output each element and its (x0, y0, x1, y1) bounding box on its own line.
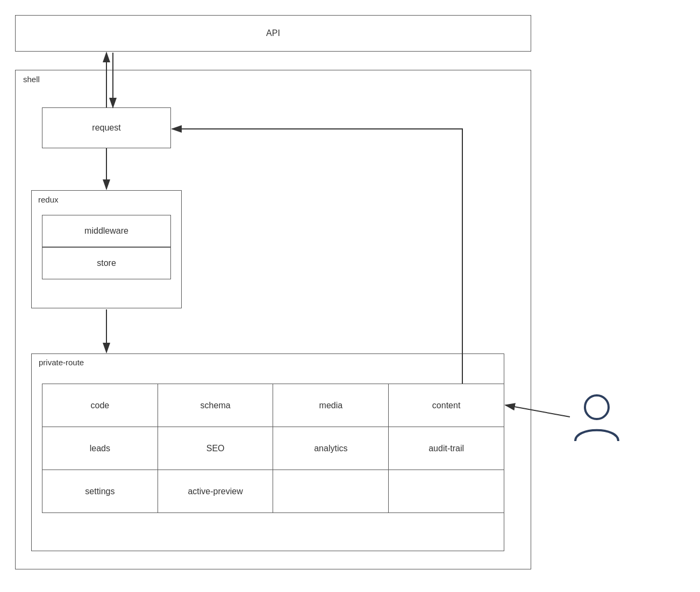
cell-empty-2 (389, 470, 504, 513)
shell-label: shell (23, 75, 40, 84)
redux-label: redux (38, 195, 59, 204)
store-label: store (97, 258, 116, 268)
cell-content: content (389, 384, 504, 427)
cell-audit-trail: audit-trail (389, 427, 504, 470)
diagram-wrapper: API shell request redux middleware store… (0, 0, 700, 592)
request-label: request (92, 123, 120, 133)
cell-empty-1 (273, 470, 389, 513)
store-box: store (42, 247, 171, 279)
table-row: code schema media content (42, 384, 504, 427)
cell-seo: SEO (158, 427, 273, 470)
cell-settings: settings (42, 470, 158, 513)
svg-point-0 (585, 395, 609, 419)
cell-schema: schema (158, 384, 273, 427)
api-label: API (266, 28, 280, 38)
private-route-label: private-route (39, 358, 84, 367)
cell-leads: leads (42, 427, 158, 470)
table-row: settings active-preview (42, 470, 504, 513)
cell-analytics: analytics (273, 427, 389, 470)
cell-active-preview: active-preview (158, 470, 273, 513)
table-row: leads SEO analytics audit-trail (42, 427, 504, 470)
cell-media: media (273, 384, 389, 427)
middleware-box: middleware (42, 215, 171, 247)
cell-code: code (42, 384, 158, 427)
middleware-label: middleware (84, 226, 128, 236)
user-icon (570, 390, 624, 444)
api-box: API (15, 15, 531, 52)
modules-grid: code schema media content leads SEO anal… (42, 384, 504, 513)
request-box: request (42, 107, 171, 148)
